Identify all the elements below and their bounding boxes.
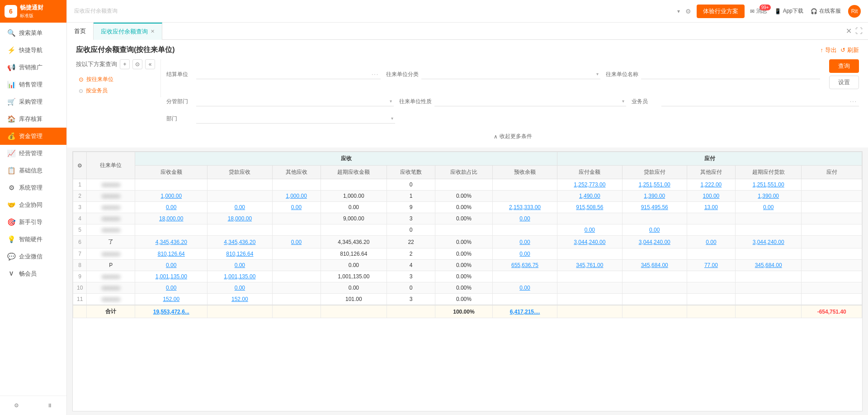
table-row: 10■■■■■■0.000.000.0000.00%0.00 bbox=[73, 282, 862, 294]
hardware-icon: 💡 bbox=[7, 235, 15, 243]
collapse-filter-button[interactable]: ∧ 收起更多条件 bbox=[494, 133, 532, 140]
collapse-sidebar-btn[interactable]: ⏸ bbox=[42, 400, 57, 411]
maximize-icon[interactable]: ⛶ bbox=[855, 27, 863, 35]
partner-name-input[interactable] bbox=[641, 69, 820, 79]
sidebar-item-enterprise[interactable]: 🤝 企业协同 bbox=[0, 196, 66, 214]
partner-name: ■■■■■■ bbox=[87, 213, 135, 224]
table-row: 8P0.000.000.0040.00%655,636.75345,761.00… bbox=[73, 260, 862, 271]
th-ar-prepay: 预收余额 bbox=[492, 166, 557, 179]
sidebar-item-purchase[interactable]: 🛒 采购管理 bbox=[0, 93, 66, 110]
sidebar-item-sales[interactable]: 📊 销售管理 bbox=[0, 76, 66, 93]
sidebar-item-wechat[interactable]: 💬 企业微信 bbox=[0, 248, 66, 265]
footer-ap-total: -654,751.40 bbox=[802, 305, 862, 318]
sidebar-item-marketing[interactable]: 📢 营销推广 bbox=[0, 59, 66, 76]
th-ar-other: 其他应收 bbox=[272, 166, 321, 179]
enterprise-icon: 🤝 bbox=[7, 201, 15, 209]
app-download-button[interactable]: 📱 App下载 bbox=[774, 7, 803, 15]
scheme-item-partner[interactable]: ⊙ 按往来单位 bbox=[76, 75, 155, 84]
sidebar-item-hardware[interactable]: 💡 智能硬件 bbox=[0, 231, 66, 248]
export-icon: ↑ bbox=[821, 47, 824, 53]
filter-field-partner-name: 往来单位名称 bbox=[606, 69, 820, 79]
logo-text: 畅捷通财 bbox=[20, 4, 43, 12]
user-avatar[interactable]: Rit bbox=[848, 5, 861, 18]
quicknav-icon: ⚡ bbox=[7, 46, 15, 54]
purchase-icon: 🛒 bbox=[7, 98, 15, 106]
partner-nature-input[interactable]: ▾ bbox=[434, 96, 627, 106]
main-content: 应收应付余额查询 ▾ ⚙ 体验行业方案 ✉ 消息 99+ 📱 App下载 🎧 在… bbox=[67, 0, 868, 415]
table-row: 6了4,345,436.204,345,436.200.004,345,436.… bbox=[73, 236, 862, 248]
footer-ar-ratio: 100.00% bbox=[435, 305, 493, 318]
dept-input[interactable]: ▾ bbox=[196, 96, 394, 106]
filter-fields-container: 结算单位 ··· 往来单位分类 ▾ bbox=[166, 59, 859, 142]
filter-row-3: 部门 ▾ bbox=[166, 114, 859, 124]
app-download-icon: 📱 bbox=[774, 8, 781, 14]
tab-bar: 首页 应收应付余额查询 ✕ ✕ ⛶ bbox=[67, 23, 868, 40]
ar-ap-table: ⚙ 往来单位 应收 应付 应收金额 贷款应收 其他应收 超期应收金额 应收笔数 … bbox=[73, 152, 862, 318]
sidebar-item-inventory[interactable]: 🏠 库存核算 bbox=[0, 110, 66, 128]
page-content: 应收应付余额查询(按往来单位) ↑ 导出 ↺ 刷新 bbox=[67, 40, 868, 415]
sidebar-item-guide[interactable]: 🎯 新手引导 bbox=[0, 214, 66, 231]
filter-field-settlement: 结算单位 ··· bbox=[166, 69, 381, 79]
nav-arrow-icon[interactable]: ▾ bbox=[677, 8, 680, 14]
partner-name: ■■■■■■ bbox=[87, 179, 135, 191]
th-settings[interactable]: ⚙ bbox=[73, 152, 87, 179]
collapse-icon: ∧ bbox=[494, 134, 498, 140]
online-service-button[interactable]: 🎧 在线客服 bbox=[811, 7, 841, 15]
footer-ar-total: 19,553,472,6... bbox=[135, 305, 208, 318]
solution-button[interactable]: 体验行业方案 bbox=[697, 5, 745, 18]
filter-field-department: 部门 ▾ bbox=[166, 114, 395, 124]
sidebar-item-vip[interactable]: V 畅会员 bbox=[0, 265, 66, 282]
partner-name: ■■■■■■ bbox=[87, 282, 135, 294]
settlement-unit-input[interactable]: ··· bbox=[196, 69, 381, 79]
department-input[interactable]: ▾ bbox=[196, 114, 395, 124]
th-group-receivable: 应收 bbox=[135, 152, 557, 166]
scheme-item-salesperson[interactable]: ⊙ 按业务员 bbox=[76, 86, 155, 95]
app-header: 应收应付余额查询 ▾ ⚙ 体验行业方案 ✉ 消息 99+ 📱 App下载 🎧 在… bbox=[67, 0, 868, 23]
salesperson-input[interactable]: ··· bbox=[661, 96, 859, 106]
message-button[interactable]: ✉ 消息 99+ bbox=[750, 7, 767, 15]
filter-field-dept: 分管部门 ▾ bbox=[166, 96, 394, 106]
filter-field-salesperson: 业务员 ··· bbox=[632, 96, 859, 106]
th-group-payable: 应付 bbox=[557, 152, 862, 166]
filter-scheme-list: ⊙ 按往来单位 ⊙ 按业务员 bbox=[76, 73, 155, 97]
collapse-row: ∧ 收起更多条件 bbox=[166, 131, 859, 142]
table-row: 11■■■■■■152.00152.00101.0030.00% bbox=[73, 294, 862, 305]
sidebar-item-quicknav[interactable]: ⚡ 快捷导航 bbox=[0, 42, 66, 59]
close-window-icon[interactable]: ✕ bbox=[846, 27, 852, 35]
breadcrumb: 应收应付余额查询 bbox=[74, 7, 672, 15]
table-row: 1■■■■■■01,252,773.001,251,551.001,222.00… bbox=[73, 179, 862, 191]
add-scheme-button[interactable]: + bbox=[120, 59, 130, 69]
table-row: 9■■■■■■1,001,135.001,001,135.001,001,135… bbox=[73, 271, 862, 282]
message-icon: ✉ bbox=[750, 8, 755, 14]
guide-icon: 🎯 bbox=[7, 218, 15, 226]
tab-home[interactable]: 首页 bbox=[67, 23, 94, 40]
partner-name: ■■■■■■ bbox=[87, 224, 135, 236]
query-button[interactable]: 查询 bbox=[829, 59, 859, 73]
edition-badge: 标准版 bbox=[20, 13, 43, 19]
sidebar-item-finance[interactable]: 💰 资金管理 bbox=[0, 128, 66, 145]
settings-button[interactable]: 设置 bbox=[829, 76, 859, 89]
export-button[interactable]: ↑ 导出 bbox=[821, 46, 837, 54]
partner-category-input[interactable]: ▾ bbox=[421, 69, 600, 79]
partner-name: 了 bbox=[87, 236, 135, 248]
partner-name: ■■■■■■ bbox=[87, 271, 135, 282]
tab-ar-query[interactable]: 应收应付余额查询 ✕ bbox=[94, 23, 162, 40]
footer-ar-prepay: 6,417,215.... bbox=[492, 305, 557, 318]
edit-scheme-button[interactable]: ⊙ bbox=[132, 59, 142, 69]
collapse-scheme-button[interactable]: « bbox=[145, 59, 155, 69]
settings-bottom-btn[interactable]: ⚙ bbox=[9, 400, 24, 411]
sidebar-item-operations[interactable]: 📈 经营管理 bbox=[0, 145, 66, 162]
table-row: 5■■■■■■00.000.00 bbox=[73, 224, 862, 236]
refresh-button[interactable]: ↺ 刷新 bbox=[840, 46, 859, 54]
tab-close-icon[interactable]: ✕ bbox=[151, 29, 155, 34]
sidebar-bottom: ⚙ ⏸ bbox=[0, 396, 66, 415]
th-ar-count: 应收笔数 bbox=[387, 166, 435, 179]
operations-icon: 📈 bbox=[7, 149, 15, 157]
sidebar-item-search[interactable]: 🔍 搜索菜单 bbox=[0, 24, 66, 42]
footer-label bbox=[73, 305, 87, 318]
sidebar-item-system[interactable]: ⚙ 系统管理 bbox=[0, 179, 66, 196]
sidebar-item-basic-info[interactable]: 📋 基础信息 bbox=[0, 162, 66, 179]
header-gear-icon[interactable]: ⚙ bbox=[685, 8, 691, 15]
page-header: 应收应付余额查询(按往来单位) ↑ 导出 ↺ 刷新 bbox=[67, 40, 868, 59]
filter-field-partner-nature: 往来单位性质 ▾ bbox=[399, 96, 627, 106]
